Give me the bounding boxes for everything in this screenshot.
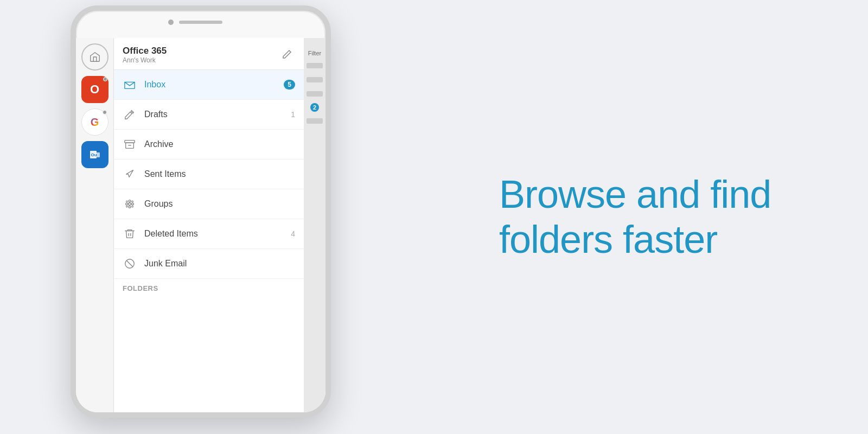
folder-item-deleted[interactable]: Deleted Items 4: [114, 219, 304, 249]
svg-point-5: [129, 203, 131, 206]
phone-btn-volume-up: [71, 103, 72, 133]
phone-btn-volume-down: [71, 141, 72, 171]
partial-filter-text: Filter: [308, 46, 321, 56]
groups-label: Groups: [144, 199, 295, 209]
folder-list: Inbox 5 Drafts 1: [114, 70, 304, 412]
folder-item-groups[interactable]: Groups: [114, 189, 304, 219]
sent-icon: [123, 167, 137, 181]
office-icon: O: [90, 82, 99, 97]
svg-point-9: [129, 206, 131, 208]
tagline-line2: folders faster: [499, 218, 717, 261]
drafts-label: Drafts: [144, 110, 283, 119]
tagline-text: Browse and find folders faster: [499, 172, 825, 262]
junk-icon: [123, 257, 137, 271]
archive-label: Archive: [144, 139, 295, 149]
compose-icon: [280, 49, 292, 61]
phone-camera: [168, 20, 174, 25]
svg-point-11: [132, 201, 133, 202]
phone-speaker: [179, 21, 222, 24]
phone-btn-power: [330, 108, 331, 152]
account-info: Office 365 Ann's Work: [123, 46, 167, 64]
inbox-icon: [123, 78, 137, 92]
junk-email-label: Junk Email: [144, 259, 295, 269]
account-header: Office 365 Ann's Work: [114, 38, 304, 70]
outlook-icon: Ou: [88, 148, 102, 162]
svg-point-6: [126, 203, 128, 205]
partial-line-4: [307, 118, 323, 124]
drafts-icon: [123, 107, 137, 122]
svg-point-10: [126, 201, 128, 202]
archive-icon: [123, 137, 137, 151]
deleted-icon: [123, 227, 137, 241]
office365-app-button[interactable]: O: [81, 76, 108, 103]
inbox-badge: 5: [284, 80, 295, 90]
deleted-count: 4: [291, 229, 295, 238]
partial-badge: 2: [310, 103, 319, 112]
phone-screen: O G Ou: [76, 38, 326, 412]
inbox-label: Inbox: [144, 80, 276, 90]
partial-line-2: [307, 77, 323, 82]
account-name: Office 365: [123, 46, 167, 56]
partial-line-1: [307, 63, 323, 68]
mail-panel: Office 365 Ann's Work: [114, 38, 304, 412]
folder-item-inbox[interactable]: Inbox 5: [114, 70, 304, 100]
phone-btn-volume-mute: [71, 76, 72, 95]
phone-wrapper: O G Ou: [43, 5, 358, 429]
office-notification-dot: [103, 77, 107, 81]
drafts-count: 1: [291, 110, 295, 119]
google-app-button[interactable]: G: [81, 108, 108, 136]
sent-items-label: Sent Items: [144, 169, 295, 179]
partial-line-3: [307, 91, 323, 97]
home-app-button[interactable]: [81, 43, 108, 71]
phone-frame: O G Ou: [71, 5, 331, 418]
svg-point-8: [129, 200, 131, 202]
tagline-section: Browse and find folders faster: [499, 172, 825, 262]
google-notification-dot: [103, 110, 107, 114]
svg-text:Ou: Ou: [91, 152, 97, 157]
page-container: O G Ou: [0, 0, 868, 434]
home-icon: [89, 51, 101, 63]
deleted-items-label: Deleted Items: [144, 229, 283, 239]
account-subtitle: Ann's Work: [123, 56, 167, 64]
compose-button[interactable]: [278, 46, 295, 63]
svg-point-12: [126, 206, 128, 207]
tagline-line1: Browse and find: [499, 173, 771, 216]
app-sidebar: O G Ou: [76, 38, 114, 412]
folder-item-sent[interactable]: Sent Items: [114, 159, 304, 189]
folder-item-junk[interactable]: Junk Email: [114, 249, 304, 279]
svg-point-13: [132, 206, 133, 207]
folder-item-archive[interactable]: Archive: [114, 130, 304, 159]
outlook-app-button[interactable]: Ou: [81, 141, 108, 168]
groups-icon: [123, 197, 137, 211]
folders-section-header: Folders: [114, 279, 304, 296]
svg-point-7: [132, 203, 134, 205]
google-icon: G: [91, 116, 99, 129]
folder-item-drafts[interactable]: Drafts 1: [114, 100, 304, 130]
partial-right-panel: Filter 2: [304, 38, 326, 412]
